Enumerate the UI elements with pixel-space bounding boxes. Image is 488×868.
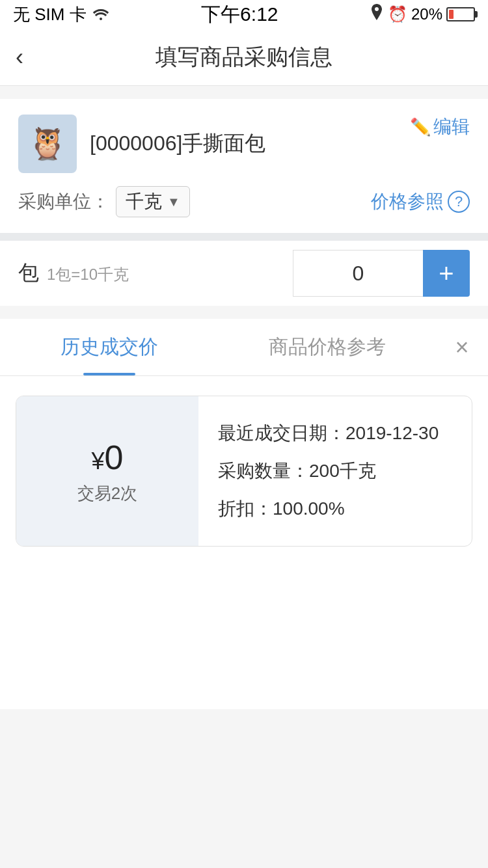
battery-percent: 20%: [411, 5, 442, 23]
time-display: 下午6:12: [201, 1, 278, 28]
discount-value: 100.00%: [273, 498, 345, 519]
purchase-qty-label: 采购数量：: [218, 461, 309, 481]
unit-select[interactable]: 千克 ▼: [116, 186, 190, 217]
price-card: ¥0 交易2次 最近成交日期：2019-12-30 采购数量：200千克 折扣：…: [16, 396, 472, 547]
purchase-qty-row: 采购数量：200千克: [218, 457, 452, 485]
quantity-value: 0: [353, 262, 364, 286]
discount-label: 折扣：: [218, 498, 273, 519]
alarm-icon: ⏰: [388, 5, 407, 23]
status-right: ⏰ 20%: [370, 4, 475, 25]
product-section: 🦉 [0000006]手撕面包 ✏️ 编辑 采购单位： 千克 ▼ 价格参照 ?: [0, 99, 488, 233]
quantity-input[interactable]: 0: [293, 250, 423, 297]
product-thumbnail: 🦉: [18, 115, 77, 173]
back-button[interactable]: ‹: [16, 44, 23, 71]
product-image: 🦉: [28, 126, 67, 162]
tab-history-price-label: 历史成交价: [61, 334, 158, 360]
purchase-qty-value: 200千克: [309, 461, 376, 481]
price-yen-symbol: ¥: [92, 448, 105, 474]
unit-value: 千克: [126, 189, 162, 214]
product-header: 🦉 [0000006]手撕面包 ✏️ 编辑: [18, 115, 470, 173]
tab-price-reference-label: 商品价格参考: [269, 334, 386, 360]
tab-price-reference[interactable]: 商品价格参考: [218, 319, 436, 375]
quantity-plus-button[interactable]: +: [423, 250, 470, 297]
edit-button[interactable]: ✏️ 编辑: [410, 115, 470, 139]
edit-icon: ✏️: [410, 117, 431, 137]
wifi-icon: [92, 5, 110, 25]
product-left: 🦉 [0000006]手撕面包: [18, 115, 265, 173]
recent-date-value: 2019-12-30: [346, 423, 439, 443]
package-unit-label: 包: [18, 259, 39, 288]
recent-date-label: 最近成交日期：: [218, 423, 346, 443]
price-ref-label: 价格参照: [371, 189, 444, 214]
product-unit-row: 采购单位： 千克 ▼ 价格参照 ?: [18, 186, 470, 217]
bottom-panel: 历史成交价 商品价格参考 × ¥0 交易2次 最近成交日期：2019-12-30…: [0, 319, 488, 709]
nav-bar: ‹ 填写商品采购信息: [0, 29, 488, 86]
unit-label: 采购单位：: [18, 189, 109, 214]
unit-dropdown-arrow: ▼: [167, 195, 180, 210]
price-amount: ¥0: [92, 438, 124, 477]
status-left: 无 SIM 卡: [13, 3, 110, 26]
price-number-value: 0: [105, 439, 124, 476]
status-bar: 无 SIM 卡 下午6:12 ⏰ 20%: [0, 0, 488, 29]
price-ref-button[interactable]: 价格参照 ?: [371, 189, 470, 214]
price-ref-question-icon: ?: [448, 191, 470, 213]
no-sim-label: 无 SIM 卡: [13, 3, 87, 26]
price-card-left: ¥0 交易2次: [16, 396, 198, 546]
trade-count: 交易2次: [77, 482, 137, 505]
section-divider: [0, 233, 488, 241]
price-card-right: 最近成交日期：2019-12-30 采购数量：200千克 折扣：100.00%: [198, 396, 472, 546]
location-icon: [370, 4, 384, 25]
product-name: [0000006]手撕面包: [90, 129, 265, 158]
quantity-section: 包 1包=10千克 0 +: [0, 241, 488, 306]
page-title: 填写商品采购信息: [156, 42, 332, 72]
quantity-control: 0 +: [293, 250, 470, 297]
quantity-label-group: 包 1包=10千克: [18, 259, 129, 288]
tabs-row: 历史成交价 商品价格参考 ×: [0, 319, 488, 376]
discount-row: 折扣：100.00%: [218, 495, 452, 522]
recent-date-row: 最近成交日期：2019-12-30: [218, 420, 452, 447]
tab-close-button[interactable]: ×: [436, 334, 488, 361]
conversion-label: 1包=10千克: [47, 264, 129, 285]
battery-icon: [446, 7, 475, 21]
tab-history-price[interactable]: 历史成交价: [0, 319, 218, 375]
